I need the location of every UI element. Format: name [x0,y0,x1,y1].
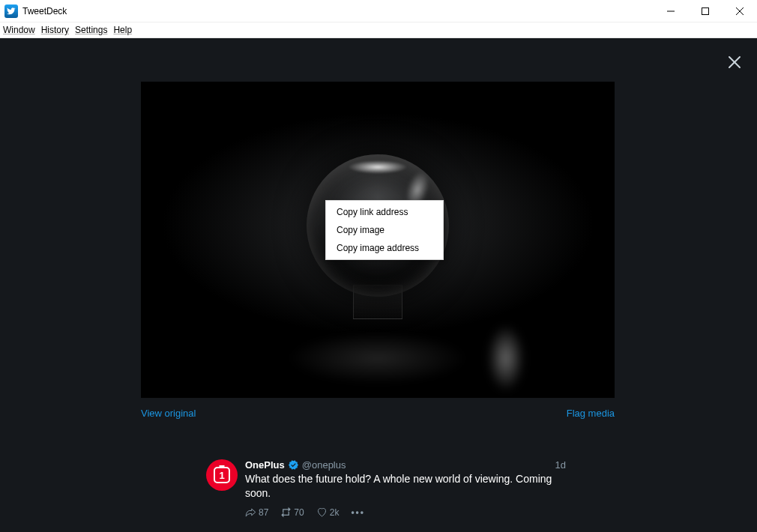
menu-bar: Window History Settings Help [0,22,757,38]
window-title: TweetDeck [22,6,67,16]
media-links-row: View original Flag media [141,408,615,419]
content-area: Copy link address Copy image Copy image … [0,38,757,532]
user-handle[interactable]: @oneplus [302,459,346,471]
flag-media-link[interactable]: Flag media [567,408,615,419]
ctx-copy-image[interactable]: Copy image [326,221,443,239]
reply-button[interactable]: 87 [245,507,268,518]
svg-rect-1 [702,7,709,14]
retweet-count: 70 [294,507,304,518]
tweet: OnePlus @oneplus 1d What does the future… [206,459,566,518]
retweet-button[interactable]: 70 [280,507,304,518]
media-container: Copy link address Copy image Copy image … [141,82,615,419]
avatar[interactable] [206,459,238,491]
like-count: 2k [330,507,340,518]
menu-window[interactable]: Window [3,25,35,35]
heart-icon [316,507,328,518]
menu-settings[interactable]: Settings [75,25,107,35]
window-controls [654,0,757,22]
tweet-actions: 87 70 2k ••• [245,507,566,518]
tweet-header-row: OnePlus @oneplus 1d [245,459,566,471]
media-image[interactable]: Copy link address Copy image Copy image … [141,82,615,398]
close-button[interactable] [726,53,744,71]
retweet-icon [280,507,292,518]
like-button[interactable]: 2k [316,507,340,518]
context-menu: Copy link address Copy image Copy image … [325,200,444,260]
maximize-button[interactable] [688,0,723,22]
ctx-copy-image-address[interactable]: Copy image address [326,239,443,257]
image-decor [487,324,525,392]
tweet-time[interactable]: 1d [555,459,566,471]
reply-icon [245,507,256,518]
title-bar: TweetDeck [0,0,757,22]
menu-help[interactable]: Help [113,25,132,35]
oneplus-logo-icon [214,467,230,483]
ctx-copy-link-address[interactable]: Copy link address [326,203,443,221]
user-name[interactable]: OnePlus [245,459,285,471]
menu-history[interactable]: History [41,25,69,35]
image-decor [288,332,468,384]
more-button[interactable]: ••• [351,507,365,518]
view-original-link[interactable]: View original [141,408,196,419]
window-close-button[interactable] [723,0,757,22]
verified-badge-icon [288,459,299,471]
minimize-button[interactable] [654,0,688,22]
app-icon [4,4,18,18]
reply-count: 87 [259,507,268,518]
tweet-text: What does the future hold? A whole new w… [245,472,566,501]
